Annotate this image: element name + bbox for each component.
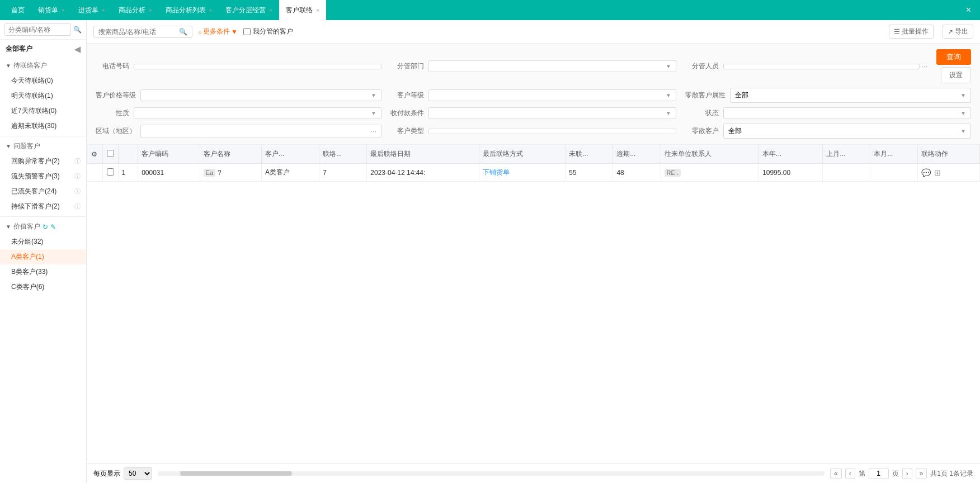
window-close-icon[interactable]: ×	[962, 5, 976, 15]
tab-home[interactable]: 首页	[4, 0, 31, 20]
pay-input[interactable]: ▼	[428, 107, 676, 119]
sidebar-item-ungroup[interactable]: 未分组(32)	[0, 234, 86, 249]
per-page-label: 每页显示	[93, 469, 120, 479]
link-icon[interactable]: ⊞	[934, 168, 941, 177]
th-level: 客户...	[261, 145, 319, 164]
tab-home-label: 首页	[11, 6, 25, 15]
customer-type-input[interactable]	[428, 129, 676, 134]
retail-attr-input[interactable]: 全部 ▼	[730, 88, 971, 103]
retail-customer-value: 全部	[728, 126, 742, 136]
first-page-btn[interactable]: «	[830, 468, 842, 479]
main-content: 🔍 ⬦ 更多条件 ▼ 我分管的客户 ☰ 批量操作 ↗ 导出	[87, 20, 980, 483]
person-input[interactable]	[723, 64, 920, 69]
tab-purchase-close[interactable]: ×	[102, 7, 105, 13]
tab-sales[interactable]: 销货单 ×	[31, 0, 72, 20]
person-input-area: ···	[723, 63, 927, 70]
price-level-input[interactable]: ▼	[140, 89, 381, 101]
arrow-icon-2: ▼	[6, 143, 11, 149]
phone-input[interactable]	[134, 64, 381, 69]
dept-input[interactable]: ▼	[428, 60, 676, 72]
dots-icon[interactable]: ···	[922, 63, 927, 70]
customer-type-label: 客户类型	[390, 126, 424, 136]
sidebar-item-tomorrow[interactable]: 明天待联络(1)	[0, 88, 86, 103]
my-customers-checkbox-area: 我分管的客户	[243, 27, 293, 36]
tab-sales-close[interactable]: ×	[62, 7, 65, 13]
tab-customer-contact-close[interactable]: ×	[316, 7, 319, 13]
search-input[interactable]	[98, 28, 177, 36]
select-all-checkbox[interactable]	[107, 150, 114, 157]
price-level-label: 客户价格等级	[96, 91, 136, 100]
message-icon[interactable]: 💬	[921, 168, 931, 177]
page-total-label: 页	[892, 469, 899, 479]
tab-goods-list-close[interactable]: ×	[209, 7, 213, 13]
filter-dept-row: 分管部门 ▼	[390, 49, 676, 83]
sidebar-collapse-icon[interactable]: ◀	[74, 45, 81, 54]
sidebar-item-declining[interactable]: 持续下滑客户(2) ⓘ	[0, 199, 86, 214]
more-filters-btn[interactable]: ⬦ 更多条件 ▼	[198, 27, 238, 36]
tab-purchase[interactable]: 进货单 ×	[72, 0, 112, 20]
edit-icon[interactable]: ✎	[50, 223, 56, 231]
sidebar-group-problem[interactable]: ▼ 问题客户	[0, 139, 86, 154]
region-input[interactable]: ···	[140, 125, 381, 138]
per-page-area: 每页显示 50 100 200	[93, 467, 152, 480]
query-btn[interactable]: 查询	[936, 49, 971, 65]
my-customers-checkbox[interactable]	[243, 28, 251, 35]
sidebar-search-icon[interactable]: 🔍	[73, 26, 82, 34]
row-code: 000031	[138, 164, 200, 182]
tab-customer-contact[interactable]: 客户联络 ×	[279, 0, 326, 20]
refresh-icon[interactable]: ↻	[43, 223, 48, 231]
search-icon[interactable]: 🔍	[179, 28, 187, 36]
export-btn[interactable]: ↗ 导出	[943, 25, 973, 39]
retail-customer-label: 零散客户	[685, 126, 719, 136]
sidebar-item-b-class[interactable]: B类客户(33)	[0, 264, 86, 280]
tab-goods-analysis[interactable]: 商品分析 ×	[112, 0, 159, 20]
phone-label: 电话号码	[96, 61, 129, 71]
row-last-month	[823, 164, 870, 182]
chevron-down-icon: ▼	[231, 28, 238, 36]
customer-level-input[interactable]: ▼	[428, 89, 676, 101]
tab-customer-contact-label: 客户联络	[286, 6, 313, 15]
sidebar-group-pending[interactable]: ▼ 待联络客户	[0, 58, 86, 73]
chevron-down-icon-retail-cust: ▼	[960, 128, 966, 134]
tab-customer-mgmt[interactable]: 客户分层经营 ×	[219, 0, 279, 20]
row-no: 1	[118, 164, 138, 182]
customer-table: ⚙ 客户编码 客户名称 客户... 联络... 最后联络日期 最后联络方式 未联…	[87, 145, 980, 182]
th-this-month: 本月...	[870, 145, 918, 164]
row-checkbox[interactable]	[107, 168, 114, 176]
tab-goods-list[interactable]: 商品分析列表 ×	[159, 0, 219, 20]
per-page-select[interactable]: 50 100 200	[124, 467, 152, 480]
sidebar-search-input[interactable]	[4, 23, 71, 36]
filter-region-row: 区域（地区） ···	[96, 124, 381, 139]
sidebar-item-overdue[interactable]: 逾期未联络(30)	[0, 119, 86, 134]
sidebar-item-7days[interactable]: 近7天待联络(0)	[0, 103, 86, 119]
next-page-btn[interactable]: ›	[902, 468, 912, 479]
dots-icon-region[interactable]: ···	[371, 127, 376, 135]
batch-op-btn[interactable]: ☰ 批量操作	[889, 25, 934, 39]
sidebar-item-today[interactable]: 今天待联络(0)	[0, 73, 86, 88]
setting-btn[interactable]: 设置	[941, 67, 971, 83]
search-box: 🔍	[93, 26, 192, 38]
sidebar-item-abnormal[interactable]: 回购异常客户(2) ⓘ	[0, 154, 86, 169]
sidebar-group-value[interactable]: ▼ 价值客户 ↻ ✎	[0, 219, 86, 234]
tab-sales-label: 销货单	[38, 6, 58, 15]
page-input[interactable]	[869, 468, 889, 479]
tab-customer-mgmt-close[interactable]: ×	[269, 7, 272, 13]
filter-status-row: 状态 ▼	[685, 107, 971, 119]
horizontal-scrollbar[interactable]	[158, 471, 824, 476]
sidebar-item-c-class[interactable]: C类客户(6)	[0, 280, 86, 295]
retail-customer-input[interactable]: 全部 ▼	[723, 124, 971, 139]
sidebar-item-lost[interactable]: 已流失客户(24) ⓘ	[0, 184, 86, 199]
sidebar-item-a-class[interactable]: A类客户(1)	[0, 249, 86, 264]
th-settings[interactable]: ⚙	[87, 145, 102, 164]
status-input[interactable]: ▼	[723, 107, 971, 119]
last-method-link[interactable]: 下销货单	[483, 168, 510, 176]
sidebar-all-customers[interactable]: 全部客户 ◀	[0, 40, 86, 58]
tab-goods-analysis-close[interactable]: ×	[149, 7, 152, 13]
nature-input[interactable]: ▼	[134, 107, 381, 119]
last-page-btn[interactable]: »	[916, 468, 927, 479]
customer-level-label: 客户等级	[390, 91, 424, 100]
retail-attr-value: 全部	[735, 91, 748, 100]
sidebar: 🔍 全部客户 ◀ ▼ 待联络客户 今天待联络(0) 明天待联络(1) 近7天待联…	[0, 20, 87, 483]
prev-page-btn[interactable]: ‹	[845, 468, 855, 479]
sidebar-item-warning[interactable]: 流失预警客户(3) ⓘ	[0, 169, 86, 184]
